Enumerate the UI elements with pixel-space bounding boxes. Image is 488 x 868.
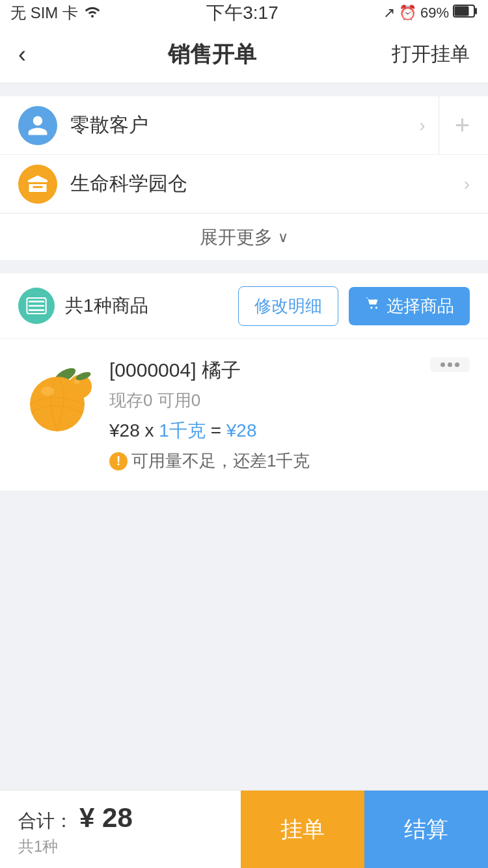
battery-icon [453,5,478,21]
more-dot-3 [455,362,459,367]
product-count: 共1种商品 [65,293,228,318]
cart-icon [364,295,381,317]
open-hang-button[interactable]: 打开挂单 [392,41,470,68]
product-info: [0000004] 橘子 现存0 可用0 ¥28 x 1千克 = ¥28 ! 可… [109,357,417,472]
location-icon: ↗ [383,5,395,21]
product-price: ¥28 x 1千克 = ¥28 [109,418,417,443]
page-title: 销售开单 [168,40,256,70]
status-time: 下午3:17 [206,1,278,25]
product-section-divider [0,260,488,273]
svg-rect-1 [475,8,477,14]
select-product-button[interactable]: 选择商品 [349,287,470,325]
modify-detail-button[interactable]: 修改明细 [238,286,338,326]
warning-icon: ! [109,452,128,470]
svg-point-8 [74,380,80,384]
warehouse-row[interactable]: 生命科学园仓 › [0,155,488,213]
warehouse-name: 生命科学园仓 [70,170,459,197]
select-product-label: 选择商品 [386,295,454,318]
status-right: ↗ ⏰ 69% [383,5,478,21]
product-header: 共1种商品 修改明细 选择商品 [0,273,488,338]
warning-text: 可用量不足，还差1千克 [131,450,310,472]
total-section: 合计： ¥ 28 共1种 [0,802,241,857]
customer-name: 零散客户 [70,112,414,139]
status-bar: 无 SIM 卡 下午3:17 ↗ ⏰ 69% [0,0,488,26]
expand-arrow-icon: ∨ [278,229,288,246]
product-stock: 现存0 可用0 [109,389,417,412]
product-card: [0000004] 橘子 现存0 可用0 ¥28 x 1千克 = ¥28 ! 可… [0,338,488,491]
status-left: 无 SIM 卡 [10,3,102,23]
product-header-icon [18,288,55,324]
top-section-divider [0,83,488,96]
svg-point-6 [41,387,54,396]
checkout-button[interactable]: 结算 [364,791,488,869]
customer-chevron-icon: › [419,115,425,136]
alarm-icon: ⏰ [399,5,416,21]
expand-more-row[interactable]: 展开更多 ∨ [0,213,488,260]
product-warning: ! 可用量不足，还差1千克 [109,450,417,472]
total-amount: ¥ 28 [79,802,133,834]
back-button[interactable]: ‹ [12,34,33,75]
total-count: 共1种 [18,836,223,857]
battery-label: 69% [420,5,449,21]
expand-label: 展开更多 [200,225,273,250]
product-more-button[interactable] [430,357,470,372]
svg-rect-2 [455,7,469,16]
nav-bar: ‹ 销售开单 打开挂单 [0,26,488,83]
product-image [18,357,96,435]
empty-area [0,491,488,751]
product-name: [0000004] 橘子 [109,357,417,384]
no-sim-label: 无 SIM 卡 [10,3,78,23]
bottom-bar: 合计： ¥ 28 共1种 挂单 结算 [0,790,488,868]
warehouse-chevron-icon: › [464,174,470,195]
hang-button[interactable]: 挂单 [241,791,364,869]
customer-icon [18,106,57,145]
warehouse-icon [18,165,57,204]
wifi-icon [83,4,102,22]
total-label: 合计： [18,809,73,834]
more-dot-2 [448,362,452,367]
add-customer-button[interactable]: + [439,96,470,155]
customer-row[interactable]: 零散客户 › + [0,96,488,155]
more-dot-1 [441,362,445,367]
